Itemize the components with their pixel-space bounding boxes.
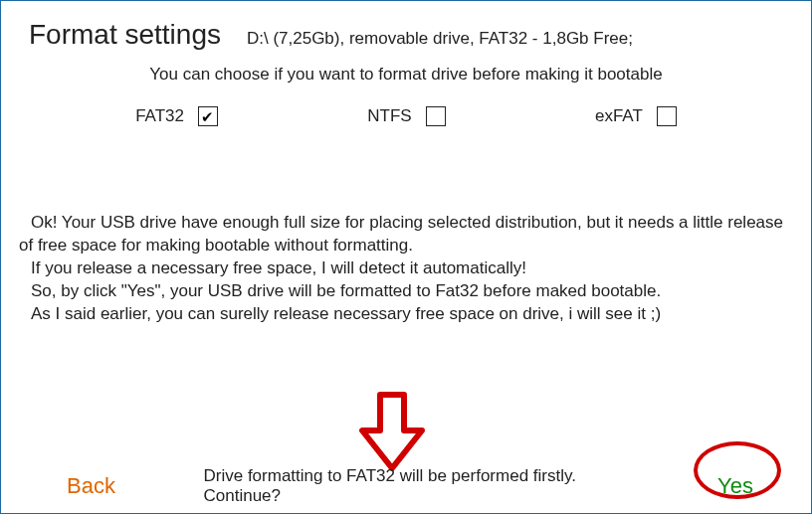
fs-label: FAT32 [135,106,184,126]
status-message: Ok! Your USB drive have enough full size… [1,212,811,326]
msg-line: If you release a necessary free space, I… [19,257,793,280]
subtitle: You can choose if you want to format dri… [1,65,811,85]
msg-line: So, by click "Yes", your USB drive will … [19,280,793,303]
arrow-down-icon [354,391,430,474]
yes-button[interactable]: Yes [717,473,753,499]
fs-label: NTFS [367,106,411,126]
filesystem-options: FAT32 NTFS exFAT [61,106,751,126]
back-button[interactable]: Back [67,473,115,499]
fs-option-fat32[interactable]: FAT32 [135,106,218,126]
fs-option-exfat[interactable]: exFAT [595,106,677,126]
continue-prompt: Drive formatting to FAT32 will be perfor… [204,466,609,506]
page-title: Format settings [29,19,221,51]
fs-checkbox-fat32[interactable] [198,106,218,126]
footer: Back Drive formatting to FAT32 will be p… [1,473,811,499]
fs-checkbox-ntfs[interactable] [426,106,446,126]
drive-info: D:\ (7,25Gb), removable drive, FAT32 - 1… [247,29,633,49]
msg-line: Ok! Your USB drive have enough full size… [19,212,793,257]
msg-line: As I said earlier, you can surelly relea… [19,303,793,326]
fs-checkbox-exfat[interactable] [657,106,677,126]
fs-option-ntfs[interactable]: NTFS [367,106,445,126]
fs-label: exFAT [595,106,643,126]
